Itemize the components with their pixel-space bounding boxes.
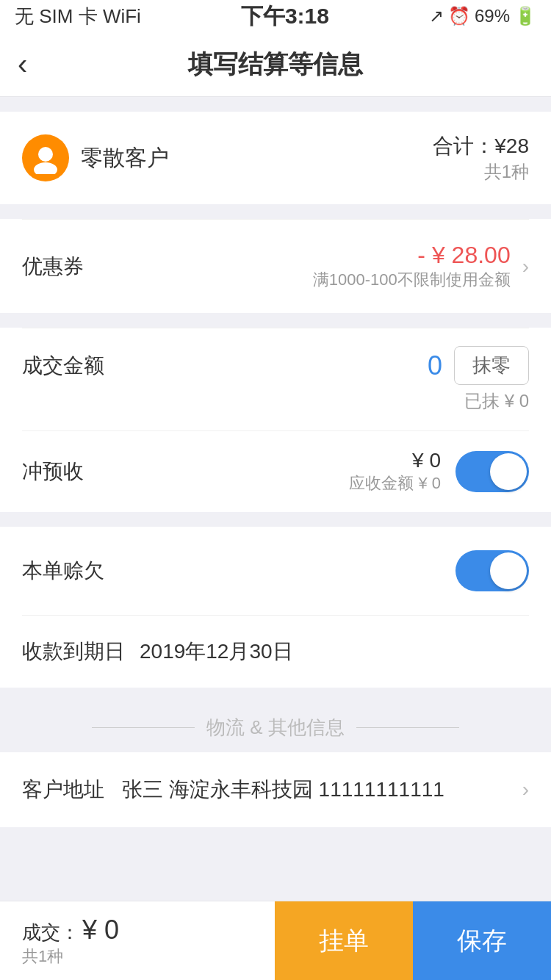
address-chevron-icon: › [522,778,529,801]
page-title: 填写结算等信息 [188,48,363,82]
total-amount: 合计：¥28 [433,132,529,160]
pending-button[interactable]: 挂单 [275,901,413,981]
prepay-main-amount: ¥ 0 [349,449,441,472]
coupon-row[interactable]: 优惠券 - ¥ 28.00 满1000-100不限制使用金额 › [22,219,529,313]
logistics-line-right [356,727,459,728]
credit-section: 本单赊欠 收款到期日 2019年12月30日 [0,527,551,688]
address-value: 张三 海淀永丰科技园 11111111111 [122,776,522,804]
nav-bar: ‹ 填写结算等信息 [0,32,551,97]
prepay-amounts: ¥ 0 应收金额 ¥ 0 [349,449,441,494]
status-right: ↗ ⏰ 69% 🔋 [429,6,536,26]
due-date-row: 收款到期日 2019年12月30日 [22,615,529,688]
no-sim-text: 无 SIM 卡 WiFi [15,4,141,29]
coupon-value-block: - ¥ 28.00 满1000-100不限制使用金额 [313,242,511,291]
battery-text: 69% [475,6,510,26]
address-label: 客户地址 [22,776,104,804]
prepay-right: ¥ 0 应收金额 ¥ 0 [349,449,529,494]
svg-point-1 [34,162,57,174]
avatar [22,134,69,181]
svg-point-0 [38,147,53,162]
gap-1 [0,97,551,112]
gap-2 [0,204,551,219]
coupon-label: 优惠券 [22,253,84,281]
deal-section: 成交金额 0 抹零 已抹 ¥ 0 冲预收 ¥ 0 应收金额 ¥ 0 [0,328,551,512]
deal-label: 成交金额 [22,352,104,380]
logistics-label: 物流 & 其他信息 [206,715,345,741]
credit-row: 本单赊欠 [22,527,529,615]
prepay-label: 冲预收 [22,458,84,486]
gap-3 [0,313,551,328]
address-section[interactable]: 客户地址 张三 海淀永丰科技园 11111111111 › [0,752,551,827]
bottom-deal-row: 成交： ¥ 0 [22,915,253,945]
due-date-label: 收款到期日 [22,638,125,666]
status-bar: 无 SIM 卡 WiFi 下午3:18 ↗ ⏰ 69% 🔋 [0,0,551,32]
bottom-bar: 成交： ¥ 0 共1种 挂单 保存 [0,901,551,980]
alarm-icon: ⏰ [448,6,470,26]
logistics-text: 物流 & 其他信息 [92,715,459,741]
location-icon: ↗ [429,6,444,26]
save-button[interactable]: 保存 [413,901,551,981]
toggle-knob [490,453,527,490]
prepay-sub-amount: 应收金额 ¥ 0 [349,472,441,494]
customer-section: 零散客户 合计：¥28 共1种 [0,112,551,204]
logistics-line-left [92,727,195,728]
bottom-info: 成交： ¥ 0 共1种 [0,915,275,968]
address-row[interactable]: 客户地址 张三 海淀永丰科技园 11111111111 › [22,752,529,827]
prepay-row: 冲预收 ¥ 0 应收金额 ¥ 0 [22,430,529,512]
battery-icon: 🔋 [514,6,536,26]
customer-name: 零散客户 [81,143,169,173]
coupon-section[interactable]: 优惠券 - ¥ 28.00 满1000-100不限制使用金额 › [0,219,551,313]
customer-left: 零散客户 [22,134,169,181]
prepay-toggle[interactable] [455,451,529,492]
customer-row: 零散客户 合计：¥28 共1种 [22,112,529,204]
deal-sub: 已抹 ¥ 0 [22,385,529,430]
status-time: 下午3:18 [241,1,329,32]
logistics-divider: 物流 & 其他信息 [0,702,551,752]
deal-top: 成交金额 0 抹零 [22,346,529,385]
credit-label: 本单赊欠 [22,557,104,585]
gap-4 [0,512,551,527]
gap-5 [0,688,551,702]
due-date-value: 2019年12月30日 [140,638,293,666]
credit-toggle-knob [490,552,527,589]
bottom-deal-label: 成交： [22,920,79,945]
credit-toggle[interactable] [455,550,529,591]
deal-value: 0 [428,350,442,381]
bottom-deal-amount: ¥ 0 [82,915,119,945]
coupon-right: - ¥ 28.00 满1000-100不限制使用金额 › [313,242,529,291]
customer-total: 合计：¥28 共1种 [433,132,529,184]
bottom-count: 共1种 [22,945,253,968]
deal-right: 0 抹零 [428,346,529,385]
coupon-discount: - ¥ 28.00 [313,242,511,269]
round-down-button[interactable]: 抹零 [454,346,529,385]
deal-amount-row: 成交金额 0 抹零 已抹 ¥ 0 [22,328,529,430]
status-left: 无 SIM 卡 WiFi [15,4,141,29]
total-count: 共1种 [433,160,529,184]
back-button[interactable]: ‹ [18,48,27,81]
coupon-desc: 满1000-100不限制使用金额 [313,269,511,291]
chevron-right-icon: › [522,255,529,278]
